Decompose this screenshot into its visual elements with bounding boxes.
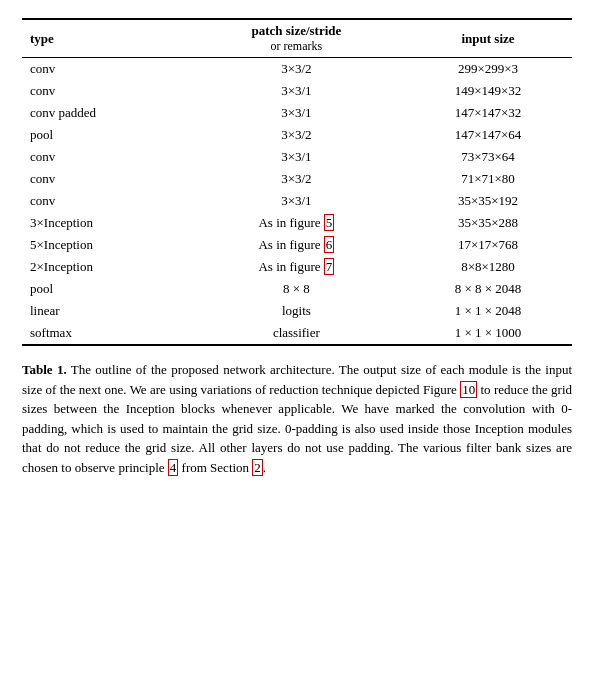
col-header-input: input size: [404, 19, 572, 58]
cell-input: 17×17×768: [404, 234, 572, 256]
cell-patch: classifier: [189, 322, 404, 345]
table-header-row: type patch size/stride or remarks input …: [22, 19, 572, 58]
cell-patch: 3×3/1: [189, 80, 404, 102]
cell-type: softmax: [22, 322, 189, 345]
cell-type: conv: [22, 146, 189, 168]
col-header-patch: patch size/stride or remarks: [189, 19, 404, 58]
figure-link-5[interactable]: 5: [324, 214, 335, 231]
cell-type: pool: [22, 124, 189, 146]
cell-input: 35×35×288: [404, 212, 572, 234]
col-header-type: type: [22, 19, 189, 58]
cell-patch: 8 × 8: [189, 278, 404, 300]
figure-link-6[interactable]: 6: [324, 236, 335, 253]
cell-patch: 3×3/1: [189, 190, 404, 212]
caption-link-10[interactable]: 10: [460, 381, 477, 398]
table-caption: Table 1. The outline of the proposed net…: [22, 360, 572, 477]
table-row: conv3×3/2299×299×3: [22, 58, 572, 81]
cell-input: 147×147×64: [404, 124, 572, 146]
table-row: conv3×3/135×35×192: [22, 190, 572, 212]
table-row: 5×InceptionAs in figure 617×17×768: [22, 234, 572, 256]
cell-input: 1 × 1 × 2048: [404, 300, 572, 322]
cell-patch: As in figure 6: [189, 234, 404, 256]
cell-type: conv: [22, 58, 189, 81]
cell-input: 35×35×192: [404, 190, 572, 212]
cell-type: linear: [22, 300, 189, 322]
cell-patch: 3×3/2: [189, 124, 404, 146]
cell-type: pool: [22, 278, 189, 300]
cell-type: 3×Inception: [22, 212, 189, 234]
table-row: 3×InceptionAs in figure 535×35×288: [22, 212, 572, 234]
table-row: linearlogits1 × 1 × 2048: [22, 300, 572, 322]
cell-patch: 3×3/1: [189, 146, 404, 168]
cell-type: conv: [22, 168, 189, 190]
architecture-table: type patch size/stride or remarks input …: [22, 18, 572, 346]
cell-type: conv: [22, 80, 189, 102]
cell-patch: 3×3/1: [189, 102, 404, 124]
table-row: softmaxclassifier1 × 1 × 1000: [22, 322, 572, 345]
table-row: conv padded3×3/1147×147×32: [22, 102, 572, 124]
cell-patch: logits: [189, 300, 404, 322]
cell-type: conv: [22, 190, 189, 212]
table-row: pool8 × 88 × 8 × 2048: [22, 278, 572, 300]
table-row: conv3×3/271×71×80: [22, 168, 572, 190]
cell-input: 73×73×64: [404, 146, 572, 168]
cell-input: 8 × 8 × 2048: [404, 278, 572, 300]
cell-type: 5×Inception: [22, 234, 189, 256]
cell-input: 8×8×1280: [404, 256, 572, 278]
architecture-table-wrapper: type patch size/stride or remarks input …: [22, 18, 572, 346]
cell-patch: 3×3/2: [189, 58, 404, 81]
caption-link-4[interactable]: 4: [168, 459, 179, 476]
cell-patch: As in figure 7: [189, 256, 404, 278]
table-row: pool3×3/2147×147×64: [22, 124, 572, 146]
table-row: conv3×3/173×73×64: [22, 146, 572, 168]
figure-link-7[interactable]: 7: [324, 258, 335, 275]
caption-label: Table 1.: [22, 362, 67, 377]
caption-link-2[interactable]: 2: [252, 459, 263, 476]
cell-input: 71×71×80: [404, 168, 572, 190]
table-row: 2×InceptionAs in figure 78×8×1280: [22, 256, 572, 278]
cell-patch: 3×3/2: [189, 168, 404, 190]
cell-input: 1 × 1 × 1000: [404, 322, 572, 345]
cell-patch: As in figure 5: [189, 212, 404, 234]
cell-type: 2×Inception: [22, 256, 189, 278]
cell-input: 299×299×3: [404, 58, 572, 81]
cell-input: 147×147×32: [404, 102, 572, 124]
cell-input: 149×149×32: [404, 80, 572, 102]
cell-type: conv padded: [22, 102, 189, 124]
table-row: conv3×3/1149×149×32: [22, 80, 572, 102]
